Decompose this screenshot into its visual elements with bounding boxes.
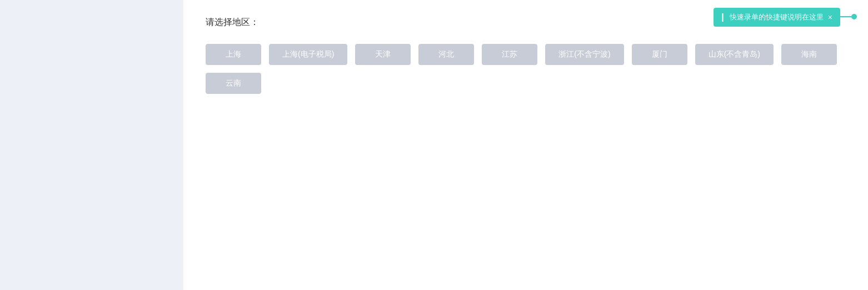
main-content: 请选择地区： 上海上海(电子税局)天津河北江苏浙江(不含宁波)厦门山东(不含青岛… <box>183 0 868 290</box>
region-button-jiangsu[interactable]: 江苏 <box>482 44 537 65</box>
region-button-shandong[interactable]: 山东(不含青岛) <box>695 44 774 65</box>
tooltip-dot <box>851 14 857 19</box>
tooltip-banner: 快速录单的快捷键说明在这里 × <box>714 8 840 27</box>
region-button-xiamen[interactable]: 厦门 <box>632 44 687 65</box>
region-button-tianjin[interactable]: 天津 <box>355 44 411 65</box>
tooltip-text: 快速录单的快捷键说明在这里 <box>730 12 824 22</box>
region-button-shanghai-etax[interactable]: 上海(电子税局) <box>269 44 347 65</box>
left-sidebar <box>0 0 183 290</box>
region-button-yunnan[interactable]: 云南 <box>206 73 261 94</box>
region-button-hebei[interactable]: 河北 <box>418 44 474 65</box>
region-buttons: 上海上海(电子税局)天津河北江苏浙江(不含宁波)厦门山东(不含青岛)海南云南 <box>206 44 846 94</box>
tooltip-line <box>840 16 851 17</box>
region-button-shanghai[interactable]: 上海 <box>206 44 261 65</box>
region-button-zhejiang[interactable]: 浙江(不含宁波) <box>545 44 623 65</box>
region-button-hainan[interactable]: 海南 <box>781 44 837 65</box>
tooltip-close-button[interactable]: × <box>828 13 832 21</box>
